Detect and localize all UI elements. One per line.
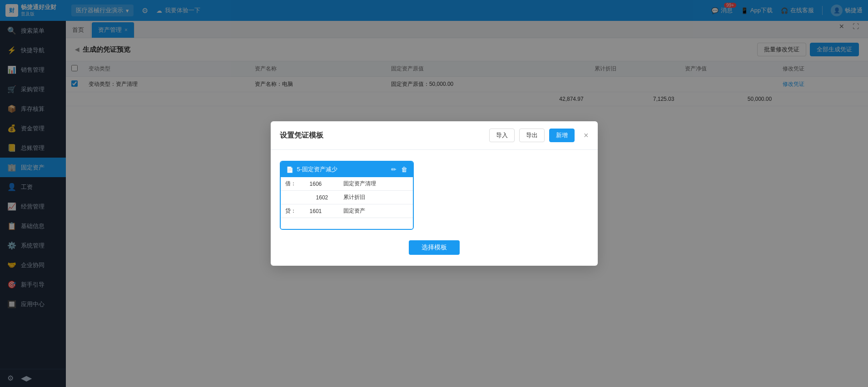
template-delete-icon[interactable]: 🗑 (401, 166, 407, 173)
template-edit-icon[interactable]: ✏ (391, 166, 397, 173)
entry-code-3: 1601 (305, 204, 339, 218)
template-name: 5-固定资产减少 (297, 165, 338, 174)
template-entry-row: 贷： 1601 固定资产 (281, 204, 413, 218)
entry-credit-1 (402, 177, 413, 191)
select-template-area: 选择模板 (280, 240, 589, 255)
template-entry-row: 1602 累计折旧 (281, 191, 413, 204)
template-card-body: 借： 1606 固定资产清理 1602 累计折旧 (281, 177, 413, 229)
new-button[interactable]: 新增 (549, 129, 575, 142)
entry-debit-2 (390, 191, 402, 204)
modal-close-button[interactable]: × (584, 131, 589, 139)
template-card: 📄 5-固定资产减少 ✏ 🗑 借： 1606 固 (280, 161, 414, 230)
entry-credit-2 (402, 191, 413, 204)
modal-header-actions: 导入 导出 新增 (489, 129, 575, 142)
entry-account-1: 固定资产清理 (339, 177, 390, 191)
template-entries-table: 借： 1606 固定资产清理 1602 累计折旧 (281, 177, 413, 229)
template-header-icons: ✏ 🗑 (391, 166, 407, 173)
import-button[interactable]: 导入 (489, 129, 515, 142)
modal-body: 📄 5-固定资产减少 ✏ 🗑 借： 1606 固 (271, 150, 598, 266)
template-header-left: 📄 5-固定资产减少 (286, 165, 338, 174)
modal-title: 设置凭证模板 (280, 131, 323, 140)
entry-type-1: 借： (281, 177, 305, 191)
export-button[interactable]: 导出 (519, 129, 545, 142)
entry-type-2 (281, 191, 305, 204)
entry-type-3: 贷： (281, 204, 305, 218)
entry-account-3: 固定资产 (339, 204, 390, 218)
modal-set-template: 设置凭证模板 导入 导出 新增 × 📄 5-固定资产减少 ✏ 🗑 (271, 121, 598, 266)
entry-credit-3 (402, 204, 413, 218)
template-card-header: 📄 5-固定资产减少 ✏ 🗑 (281, 162, 413, 177)
entry-debit-3 (390, 204, 402, 218)
select-template-button[interactable]: 选择模板 (409, 240, 460, 255)
modal-header: 设置凭证模板 导入 导出 新增 × (271, 121, 598, 150)
entry-code-2: 1602 (305, 191, 339, 204)
entry-debit-1 (390, 177, 402, 191)
modal-overlay[interactable]: 设置凭证模板 导入 导出 新增 × 📄 5-固定资产减少 ✏ 🗑 (0, 0, 868, 387)
template-doc-icon: 📄 (286, 166, 293, 173)
template-empty-row (281, 218, 413, 229)
entry-account-2: 累计折旧 (339, 191, 390, 204)
entry-code-1: 1606 (305, 177, 339, 191)
template-entry-row: 借： 1606 固定资产清理 (281, 177, 413, 191)
